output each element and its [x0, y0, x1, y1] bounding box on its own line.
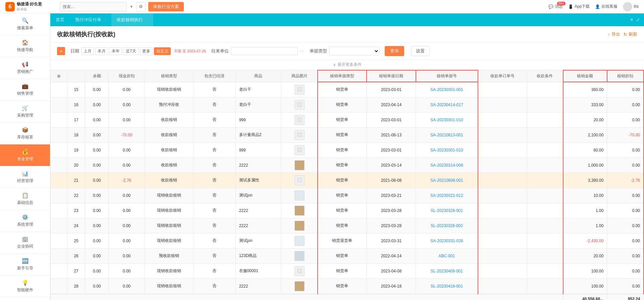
cell-receipt-order-no — [478, 127, 527, 142]
cell-balance: 0.00 — [85, 188, 109, 203]
table-row: 23 0.00 0.00 现销收款核销 否 2222 销货单 2023-03-2… — [51, 203, 644, 218]
cell-verify-type: 收款核销 — [145, 158, 193, 173]
sidebar-item-basic[interactable]: 📋基础信息 — [0, 188, 50, 210]
cell-settings — [51, 97, 67, 112]
cell-receipt-order-no — [478, 233, 527, 248]
bill-no-link[interactable]: SA-20230314-008 — [430, 163, 463, 168]
bill-no-link[interactable]: SA-20210813-001 — [430, 133, 463, 137]
refresh-button[interactable]: ↻ 刷新 — [624, 31, 637, 37]
bill-no-link[interactable]: SL-20230328-001 — [431, 208, 463, 213]
top-bar-right: 💬 消息 99+ 📱 App下载 👤 在线客服 Rit — [548, 2, 639, 11]
chevron-down-icon: ∨ — [333, 62, 336, 67]
bill-no-link[interactable]: SA-20230321-012 — [430, 193, 463, 198]
cell-payment-terms — [527, 278, 563, 294]
cell-receipt-order-no — [478, 82, 527, 97]
filter-expand-button[interactable]: » — [57, 47, 65, 55]
col-verify-discount: 核销折扣 — [607, 70, 644, 82]
user-info[interactable]: Rit — [623, 2, 639, 11]
date-btn-this-month[interactable]: 本月 — [95, 47, 108, 55]
sidebar-label-search: 搜索菜单 — [17, 25, 33, 31]
settings-icon-btn[interactable]: ⚙ — [136, 2, 146, 11]
trial-button[interactable]: 体验行业方案 — [148, 2, 184, 11]
online-service-btn[interactable]: 👤 在线客服 — [595, 4, 618, 9]
cell-goods-img: 🖼 — [281, 112, 318, 127]
date-btn-7days[interactable]: 近7天 — [123, 47, 139, 55]
cell-seq: 23 — [67, 203, 85, 218]
sidebar-item-corp[interactable]: 🏢企业协同 — [0, 232, 50, 254]
cell-cash-discount: 0.00 — [109, 158, 145, 173]
filter-settings-button[interactable]: 设置 — [411, 46, 430, 56]
cell-verify-amount: 2,100.00 — [563, 127, 607, 142]
date-btn-last-month[interactable]: 上月 — [81, 47, 94, 55]
cell-settings — [51, 127, 67, 142]
tab-receipt[interactable]: 收款核销执行 × — [111, 13, 153, 26]
cell-balance: 0.00 — [85, 142, 109, 158]
cell-settings — [51, 263, 67, 278]
tab-prepay-close-icon[interactable]: × — [104, 18, 106, 22]
export-button[interactable]: ↑ 导出 — [608, 31, 621, 37]
sidebar-item-sales[interactable]: 💼销售管理 — [0, 79, 50, 101]
col-settings[interactable]: ⚙ — [51, 70, 67, 82]
bill-no-link[interactable]: SL-20230408-001 — [431, 269, 463, 273]
bill-no-link[interactable]: SA-20230301-010 — [430, 118, 463, 122]
cell-verify-bill-date: 2023-04-18 — [367, 278, 416, 294]
from-unit-input[interactable] — [231, 47, 298, 55]
cell-goods: 2222 — [235, 278, 281, 294]
bill-no-link[interactable]: SL-20230328-002 — [431, 223, 463, 228]
bill-no-link[interactable]: SA-20230301-001 — [430, 87, 463, 92]
app-download-btn[interactable]: 📱 App下载 — [568, 4, 590, 9]
cell-goods-img: 🖼 — [281, 97, 318, 112]
cell-verify-type: 预付冲应收 — [145, 97, 193, 112]
cell-goods-img — [281, 278, 318, 294]
cell-goods-img — [281, 158, 318, 173]
sidebar-item-system[interactable]: ⚙️系统管理 — [0, 210, 50, 232]
sidebar-icon-inventory: 📦 — [22, 127, 29, 133]
page-title: 收款核销执行(按收款) — [57, 30, 115, 38]
bill-no-link[interactable]: SL-20230418-001 — [431, 284, 463, 289]
cell-verify-bill-no: SA-20230331-026 — [416, 233, 478, 248]
sidebar-item-search[interactable]: 🔍搜索菜单 — [0, 13, 50, 35]
sidebar-item-purchase[interactable]: 🛒采购管理 — [0, 101, 50, 123]
tab-prepay[interactable]: 预付冲应付单 × — [70, 13, 111, 26]
sidebar-item-quick[interactable]: 🏠快捷导航 — [0, 35, 50, 57]
sidebar-item-finance[interactable]: 💰资金管理 — [0, 144, 50, 166]
sidebar-item-operation[interactable]: 📊经营管理 — [0, 166, 50, 188]
cell-verify-discount: 0.00 — [607, 112, 644, 127]
cell-cash-discount: -70.00 — [109, 127, 145, 142]
bill-type-select[interactable] — [329, 47, 379, 55]
footer-empty — [51, 294, 563, 300]
date-btn-custom[interactable]: 自定义 — [154, 47, 171, 55]
cell-seq: 26 — [67, 248, 85, 263]
sidebar-item-hardware[interactable]: 💡智能硬件 — [0, 275, 50, 297]
sidebar-item-marketing[interactable]: 📢营销推广 — [0, 57, 50, 79]
cell-cash-discount: 0.00 — [109, 112, 145, 127]
bill-no-link[interactable]: SA-20230414-017 — [430, 102, 463, 107]
cell-verify-bill-type: 销货单 — [318, 82, 367, 97]
sidebar-item-guide[interactable]: 🆕新手引导 — [0, 254, 50, 275]
goods-thumbnail: 🖼 — [294, 85, 305, 95]
bill-no-link[interactable]: SA-20230301-010 — [430, 148, 463, 153]
table-row: 15 0.00 0.00 现销收款核销 否 老白干 🖼 销货单 2023-03-… — [51, 82, 644, 97]
date-btn-this-year[interactable]: 本年 — [109, 47, 122, 55]
cell-verify-discount: 0.00 — [607, 97, 644, 112]
bill-no-link[interactable]: ABC-001 — [439, 254, 455, 258]
date-btn-more[interactable]: 更多 — [140, 47, 153, 55]
tab-home[interactable]: 首页 — [50, 13, 70, 26]
cell-receipt-order-no — [478, 112, 527, 127]
goods-thumbnail: 🖼 — [294, 175, 305, 185]
window-expand-icon[interactable]: ⤢ — [636, 17, 640, 23]
bill-no-link[interactable]: SA-20230331-026 — [430, 239, 463, 243]
cell-goods-img: 🖼 — [281, 263, 318, 278]
search-input[interactable] — [60, 2, 127, 11]
goods-thumbnail: 🖼 — [294, 145, 305, 155]
message-btn[interactable]: 💬 消息 99+ — [548, 4, 563, 9]
query-button[interactable]: 查询 — [385, 46, 404, 56]
tab-receipt-close-icon[interactable]: × — [146, 18, 148, 22]
bill-no-link[interactable]: SA-20210808-001 — [430, 178, 463, 183]
expand-more-button[interactable]: ∨ 展开更多条件 — [333, 62, 362, 68]
sidebar-item-inventory[interactable]: 📦库存核算 — [0, 123, 50, 144]
sidebar-item-wechat[interactable]: 💬企业微信 — [0, 297, 50, 300]
window-close-icon[interactable]: × — [630, 17, 633, 23]
sidebar-icon-basic: 📋 — [22, 192, 29, 199]
cell-included-cleared: 否 — [193, 203, 235, 218]
